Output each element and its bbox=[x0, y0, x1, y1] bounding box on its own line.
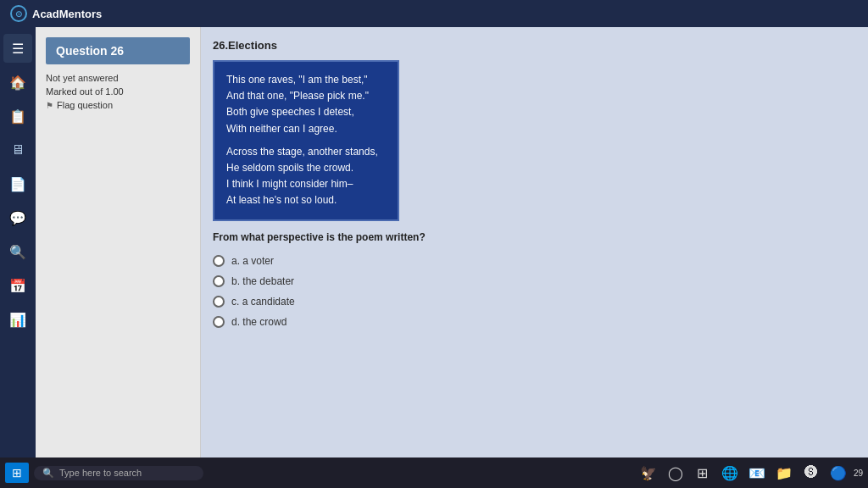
radio-a[interactable] bbox=[213, 255, 225, 267]
taskbar-icon-8[interactable]: 🔵 bbox=[826, 461, 850, 485]
flag-label: Flag question bbox=[57, 100, 113, 110]
status-label: Not yet answered bbox=[46, 73, 190, 83]
radio-c[interactable] bbox=[213, 296, 225, 308]
sidebar-monitor-icon[interactable]: 🖥 bbox=[3, 136, 32, 164]
sidebar-book-icon[interactable]: 📋 bbox=[3, 102, 32, 130]
option-d[interactable]: d. the crowd bbox=[213, 316, 856, 328]
poem-line-1: This one raves, "I am the best," bbox=[226, 72, 386, 88]
taskbar-icon-1[interactable]: 🦅 bbox=[637, 461, 660, 485]
sidebar-document-icon[interactable]: 📄 bbox=[3, 169, 32, 198]
poem-line-5: Across the stage, another stands, bbox=[226, 144, 386, 160]
flag-button[interactable]: ⚑ Flag question bbox=[46, 100, 190, 110]
logo-area: ⊙ AcadMentors bbox=[10, 5, 102, 22]
poem-box: This one raves, "I am the best," And tha… bbox=[213, 60, 399, 221]
question-label: Question bbox=[56, 44, 111, 58]
search-icon: 🔍 bbox=[42, 468, 54, 479]
options-list: a. a voter b. the debater c. a candidate… bbox=[213, 255, 856, 328]
poem-line-4: With neither can I agree. bbox=[226, 121, 386, 137]
question-panel: Question 26 Not yet answered Marked out … bbox=[36, 27, 201, 458]
option-c-label: c. a candidate bbox=[231, 296, 295, 308]
sidebar-home-icon[interactable]: 🏠 bbox=[3, 68, 32, 97]
topbar: ⊙ AcadMentors bbox=[0, 0, 868, 27]
poem-line-6: He seldom spoils the crowd. bbox=[226, 160, 386, 176]
taskbar: ⊞ 🔍 Type here to search 🦅 ◯ ⊞ 🌐 📧 📁 🅢 🔵 … bbox=[0, 458, 868, 488]
search-placeholder: Type here to search bbox=[59, 468, 142, 478]
taskbar-icons: 🦅 ◯ ⊞ 🌐 📧 📁 🅢 🔵 29 bbox=[637, 461, 863, 485]
content-area: 26.Elections This one raves, "I am the b… bbox=[201, 27, 868, 458]
option-a[interactable]: a. a voter bbox=[213, 255, 856, 267]
logo-icon: ⊙ bbox=[10, 5, 27, 22]
radio-d[interactable] bbox=[213, 316, 225, 328]
sidebar: ☰ 🏠 📋 🖥 📄 💬 🔍 📅 📊 bbox=[0, 27, 36, 458]
question-number: 26 bbox=[111, 44, 125, 58]
poem-line-8: At least he's not so loud. bbox=[226, 192, 386, 208]
taskbar-icon-2[interactable]: ◯ bbox=[664, 461, 687, 485]
radio-b[interactable] bbox=[213, 275, 225, 287]
sidebar-calendar-icon[interactable]: 📅 bbox=[3, 271, 32, 300]
main-layout: ☰ 🏠 📋 🖥 📄 💬 🔍 📅 📊 Question 26 Not yet an… bbox=[0, 27, 868, 458]
marked-label: Marked out of 1.00 bbox=[46, 86, 190, 97]
option-c[interactable]: c. a candidate bbox=[213, 296, 856, 308]
sidebar-menu-icon[interactable]: ☰ bbox=[3, 34, 32, 63]
flag-icon: ⚑ bbox=[46, 101, 53, 110]
question-header: Question 26 bbox=[46, 37, 190, 64]
app-name: AcadMentors bbox=[32, 8, 102, 20]
poem-line-7: I think I might consider him– bbox=[226, 176, 386, 192]
sidebar-chart-icon[interactable]: 📊 bbox=[3, 305, 32, 334]
option-b-label: b. the debater bbox=[231, 275, 294, 287]
start-button[interactable]: ⊞ bbox=[5, 463, 29, 483]
taskbar-icon-6[interactable]: 📁 bbox=[772, 461, 796, 485]
poem-line-3: Both give speeches I detest, bbox=[226, 104, 386, 120]
option-a-label: a. a voter bbox=[231, 255, 274, 267]
search-bar[interactable]: 🔍 Type here to search bbox=[34, 466, 203, 480]
taskbar-icon-4[interactable]: 🌐 bbox=[718, 461, 742, 485]
option-d-label: d. the crowd bbox=[231, 316, 287, 328]
taskbar-time: 29 bbox=[854, 469, 863, 478]
taskbar-icon-5[interactable]: 📧 bbox=[745, 461, 769, 485]
sidebar-search-icon[interactable]: 🔍 bbox=[3, 237, 32, 266]
question-title: 26.Elections bbox=[213, 39, 856, 52]
question-text: From what perspective is the poem writte… bbox=[213, 231, 856, 243]
taskbar-icon-3[interactable]: ⊞ bbox=[691, 461, 715, 485]
poem-line-2: And that one, "Please pick me." bbox=[226, 88, 386, 104]
taskbar-icon-7[interactable]: 🅢 bbox=[799, 461, 823, 485]
option-b[interactable]: b. the debater bbox=[213, 275, 856, 287]
sidebar-chat-icon[interactable]: 💬 bbox=[3, 203, 32, 232]
